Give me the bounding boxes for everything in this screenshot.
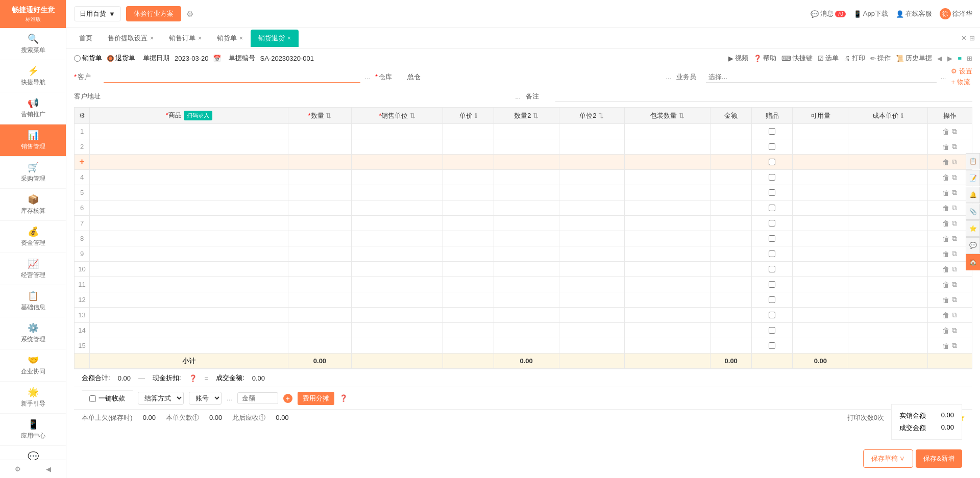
nav-prev-icon[interactable]: ◀ (937, 55, 942, 62)
app-download-item[interactable]: 📱 App下载 (853, 9, 888, 18)
unit2-cell[interactable] (559, 292, 624, 308)
fee-help-icon[interactable]: ❓ (339, 394, 348, 402)
package-qty-cell[interactable] (624, 308, 710, 323)
quantity2-cell[interactable] (494, 124, 559, 139)
available-cell[interactable] (793, 323, 848, 338)
package-qty-cell[interactable] (624, 231, 710, 246)
cost-price-cell[interactable] (848, 292, 928, 308)
gift-checkbox[interactable] (769, 312, 775, 318)
note-input[interactable] (555, 91, 972, 102)
sidebar-item-inventory[interactable]: 📦 库存核算 (0, 189, 66, 221)
rfp-home[interactable]: 🏠 (966, 254, 980, 270)
copy-btn[interactable]: ⧉ (952, 219, 957, 228)
package-qty-cell[interactable] (624, 185, 710, 200)
product-cell[interactable] (90, 185, 288, 200)
sales-unit-cell[interactable] (351, 231, 443, 246)
copy-btn[interactable]: ⧉ (952, 127, 957, 136)
operate-action[interactable]: ✏ 操作 (870, 54, 891, 63)
close-icon[interactable]: × (287, 35, 291, 42)
copy-btn[interactable]: ⧉ (952, 265, 957, 273)
unit-price-cell[interactable] (443, 292, 494, 308)
available-cell[interactable] (793, 338, 848, 354)
quantity2-cell[interactable] (494, 323, 559, 338)
copy-btn[interactable]: ⧉ (952, 173, 957, 182)
sidebar-item-marketing[interactable]: 📢 营销推广 (0, 92, 66, 124)
gift-cell[interactable] (751, 323, 792, 338)
package-qty-cell[interactable] (624, 155, 710, 170)
unit2-cell[interactable] (559, 338, 624, 354)
quantity2-cell[interactable] (494, 308, 559, 323)
delete-btn[interactable]: 🗑 (942, 265, 949, 273)
gift-cell[interactable] (751, 231, 792, 246)
form-settings-btn[interactable]: ⚙ 设置 (951, 67, 972, 76)
product-input[interactable] (92, 235, 285, 242)
cost-price-cell[interactable] (848, 124, 928, 139)
product-cell[interactable] (90, 246, 288, 262)
sidebar-item-quicknav[interactable]: ⚡ 快捷导航 (0, 60, 66, 92)
product-input[interactable] (92, 250, 285, 258)
cost-price-cell[interactable] (848, 277, 928, 292)
package-qty-cell[interactable] (624, 216, 710, 231)
user-item[interactable]: 徐 徐泽华 (940, 8, 972, 19)
unit2-cell[interactable] (559, 170, 624, 185)
nav-dropdown[interactable]: 日用百货 ▼ (74, 6, 121, 21)
amount-cell[interactable] (710, 200, 751, 216)
unit2-cell[interactable] (559, 231, 624, 246)
unit2-cell[interactable] (559, 124, 624, 139)
sidebar-item-newbie[interactable]: 🌟 新手引导 (0, 382, 66, 414)
rfp-note[interactable]: 📋 (966, 153, 980, 169)
sidebar-item-system[interactable]: ⚙️ 系统管理 (0, 317, 66, 349)
tab-home[interactable]: 首页 (71, 30, 100, 47)
delete-btn[interactable]: 🗑 (942, 281, 949, 289)
copy-btn[interactable]: ⧉ (952, 249, 957, 258)
amount-cell[interactable] (710, 292, 751, 308)
unit2-cell[interactable] (559, 308, 624, 323)
gift-checkbox[interactable] (769, 250, 775, 257)
gift-checkbox[interactable] (769, 296, 775, 303)
unit-price-cell[interactable] (443, 139, 494, 155)
package-qty-cell[interactable] (624, 170, 710, 185)
amount-cell[interactable] (710, 338, 751, 354)
scan-enter-btn[interactable]: 扫码录入 (184, 111, 212, 120)
gear-icon[interactable]: ⚙ (79, 112, 85, 119)
available-cell[interactable] (793, 155, 848, 170)
delete-btn[interactable]: 🗑 (942, 158, 949, 166)
gift-checkbox[interactable] (769, 205, 775, 211)
product-input[interactable] (92, 189, 285, 196)
product-cell[interactable] (90, 170, 288, 185)
available-cell[interactable] (793, 185, 848, 200)
product-input[interactable] (92, 326, 285, 334)
package-qty-cell[interactable] (624, 200, 710, 216)
quantity-cell[interactable] (288, 308, 351, 323)
amount-cell[interactable] (710, 139, 751, 155)
copy-btn[interactable]: ⧉ (952, 234, 957, 243)
sidebar-item-search[interactable]: 🔍 搜索菜单 (0, 28, 66, 60)
delete-btn[interactable]: 🗑 (942, 311, 949, 319)
product-input[interactable] (92, 128, 285, 135)
sales-unit-cell[interactable] (351, 200, 443, 216)
available-cell[interactable] (793, 216, 848, 231)
delete-btn[interactable]: 🗑 (942, 342, 949, 350)
quantity-cell[interactable] (288, 139, 351, 155)
account-select[interactable]: 账号 (189, 392, 222, 405)
calendar-icon[interactable]: 📅 (213, 55, 221, 62)
cost-price-cell[interactable] (848, 216, 928, 231)
sidebar-item-appcenter[interactable]: 📱 应用中心 (0, 414, 66, 446)
amount-cell[interactable] (710, 185, 751, 200)
nav-next-icon[interactable]: ▶ (947, 55, 952, 62)
sidebar-item-wechat[interactable]: 💬 企业微信 (0, 446, 66, 460)
radio-return-input[interactable] (107, 55, 114, 62)
gift-cell[interactable] (751, 170, 792, 185)
product-input[interactable] (92, 204, 285, 212)
product-cell[interactable] (90, 323, 288, 338)
cost-price-cell[interactable] (848, 246, 928, 262)
quantity-cell[interactable] (288, 155, 351, 170)
unit2-cell[interactable] (559, 262, 624, 277)
add-row-btn[interactable]: + (79, 157, 85, 167)
unit2-cell[interactable] (559, 155, 624, 170)
product-input[interactable] (92, 281, 285, 288)
add-logistics-btn[interactable]: + 物流 (951, 78, 972, 87)
gift-cell[interactable] (751, 277, 792, 292)
product-cell[interactable] (90, 155, 288, 170)
gift-checkbox[interactable] (769, 281, 775, 288)
